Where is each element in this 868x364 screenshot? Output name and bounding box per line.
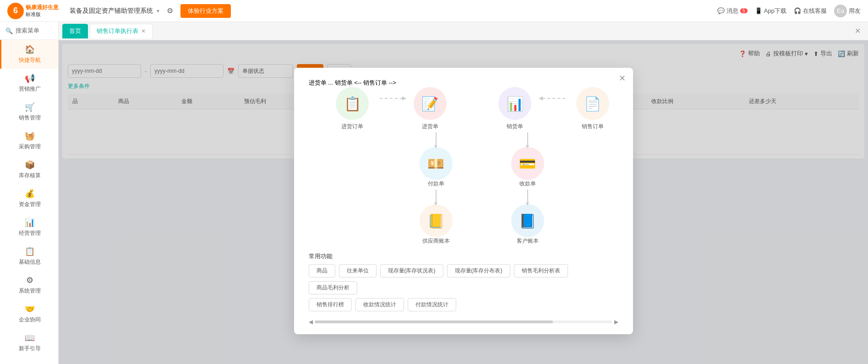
arrow-h2: ◀	[542, 98, 565, 99]
flow-row-3: 💴 付款单 💳 收款单	[309, 147, 618, 188]
scrollbar-track[interactable]	[315, 321, 612, 323]
node-sales-bill[interactable]: 📊 销货单	[490, 87, 540, 130]
basic-info-icon: 📋	[25, 246, 35, 256]
sales-icon: 🛒	[25, 102, 35, 112]
modal-scrollbar: ◀ ▶	[309, 319, 618, 325]
node-supplier-ledger[interactable]: 📒 供应商账本	[409, 204, 464, 245]
modal: ✕ 进货单 ... 销货单 <-- 销售订单 --> 📋 进货订单	[294, 68, 633, 334]
func-btn-4[interactable]: 销售毛利分析表	[514, 264, 568, 277]
sidebar-item-inventory[interactable]: 📦 库存核算	[0, 155, 58, 184]
circle-sales-bill: 📊	[498, 87, 531, 120]
try-btn[interactable]: 体验行业方案	[180, 4, 231, 18]
finance-icon: 💰	[25, 189, 35, 199]
system-name: 装备及固定资产辅助管理系统	[70, 7, 153, 15]
sidebar-item-quick-nav[interactable]: 🏠 快捷导航	[0, 40, 58, 69]
search-icon: 🔍	[5, 27, 13, 34]
content-area: 首页 销售订单执行表 ✕ ✕ ❓ 帮助	[59, 22, 868, 364]
top-right: 💬 消息 5 📱 App下载 🎧 在线客服 Ea 用友	[717, 5, 861, 17]
user-menu[interactable]: Ea 用友	[834, 5, 861, 17]
tab-home[interactable]: 首页	[62, 24, 88, 38]
node-sales-order[interactable]: 📄 销售订单	[567, 87, 618, 130]
func-btn-1[interactable]: 往来单位	[339, 264, 377, 277]
circle-sales-order: 📄	[576, 87, 609, 120]
system-title: 装备及固定资产辅助管理系统 ▾ ⚙	[70, 6, 173, 15]
sidebar-item-guide[interactable]: 📖 新手引导	[0, 328, 58, 357]
message-icon: 💬	[717, 7, 725, 14]
online-service-btn[interactable]: 🎧 在线客服	[794, 7, 827, 15]
node-customer-ledger[interactable]: 📘 客户账本	[500, 204, 555, 245]
quick-nav-icon: 🏠	[25, 44, 35, 54]
flow-diagram: 📋 进货订单 ▶	[309, 87, 618, 247]
dropdown-icon[interactable]: ▾	[157, 8, 159, 14]
func-btn-6[interactable]: 销售排行榜	[309, 298, 352, 311]
operations-icon: 📊	[25, 217, 35, 228]
main-area: 🔍 搜索菜单 🏠 快捷导航 📢 营销推广 🛒 销售管理 🧺 采购管理 📦	[0, 22, 868, 364]
phone-icon: 📱	[755, 7, 762, 14]
scroll-left-icon[interactable]: ◀	[309, 319, 313, 325]
arrow-h1: ▶	[380, 98, 403, 99]
func-btn-7[interactable]: 收款情况统计	[355, 298, 404, 311]
tab-bar: 首页 销售订单执行表 ✕ ✕	[59, 22, 868, 40]
logo-area: 6 畅康通好生意 标准版	[7, 3, 66, 19]
guide-icon: 📖	[25, 333, 35, 343]
sidebar: 🔍 搜索菜单 🏠 快捷导航 📢 营销推广 🛒 销售管理 🧺 采购管理 📦	[0, 22, 59, 364]
modal-close-icon[interactable]: ✕	[619, 73, 626, 83]
tab-close-icon[interactable]: ✕	[141, 28, 146, 34]
top-bar: 6 畅康通好生意 标准版 装备及固定资产辅助管理系统 ▾ ⚙ 体验行业方案 💬 …	[0, 0, 868, 22]
main-content: ❓ 帮助 🖨 按模板打印 ▾ ⬆ 导出 🔄	[59, 40, 868, 364]
tab-bar-close-all[interactable]: ✕	[851, 27, 864, 35]
common-func-title: 常用功能	[309, 252, 618, 261]
message-btn[interactable]: 💬 消息 5	[717, 7, 748, 15]
sidebar-item-finance[interactable]: 💰 资金管理	[0, 184, 58, 213]
app-download-btn[interactable]: 📱 App下载	[755, 7, 786, 15]
sidebar-item-enterprise[interactable]: 🤝 企业协同	[0, 299, 58, 328]
node-payment[interactable]: 💴 付款单	[409, 147, 464, 188]
arrow-down-sales: ▼	[500, 132, 555, 145]
logo-text: 畅康通好生意 标准版	[26, 4, 59, 18]
flow-row-arrows: ▼ ▼	[309, 132, 618, 145]
arrow-down-receipt: ▼	[500, 190, 555, 202]
flow-row-5: 📒 供应商账本 📘 客户账本	[309, 204, 618, 245]
label-customer-ledger: 客户账本	[517, 237, 539, 245]
scroll-right-icon[interactable]: ▶	[614, 319, 618, 325]
label-payment: 付款单	[428, 180, 444, 188]
func-btn-8[interactable]: 付款情况统计	[408, 298, 456, 311]
service-icon: 🎧	[794, 7, 801, 14]
settings-icon[interactable]: ⚙	[167, 6, 173, 15]
message-badge: 5	[740, 8, 748, 13]
modal-overlay[interactable]: ✕ 进货单 ... 销货单 <-- 销售订单 --> 📋 进货订单	[59, 40, 868, 364]
sidebar-item-basic-info[interactable]: 📋 基础信息	[0, 242, 58, 271]
tab-sales-exec[interactable]: 销售订单执行表 ✕	[90, 24, 153, 38]
node-purchase-bill[interactable]: 📝 进货单	[404, 87, 455, 130]
avatar: Ea	[834, 5, 847, 17]
node-receipt[interactable]: 💳 收款单	[500, 147, 555, 188]
flow-row-1: 📋 进货订单 ▶	[309, 87, 618, 130]
sidebar-item-sales[interactable]: 🛒 销售管理	[0, 98, 58, 126]
node-purchase-order[interactable]: 📋 进货订单	[327, 87, 378, 130]
func-btn-0[interactable]: 商品	[309, 264, 335, 277]
inventory-icon: 📦	[25, 160, 35, 170]
arrow-down-purchase: ▼	[409, 132, 464, 145]
common-functions: 常用功能 商品 往来单位 现存量(库存状况表) 现存量(库存分布表) 销售毛利分…	[309, 252, 618, 311]
logo-icon: 6	[7, 3, 24, 19]
flow-row-arrows-2: ▼ ▼	[309, 190, 618, 202]
label-sales-order: 销售订单	[582, 123, 604, 130]
scrollbar-thumb	[315, 321, 553, 323]
func-btn-5[interactable]: 商品毛利分析	[309, 281, 357, 294]
func-btn-2[interactable]: 现存量(库存状况表)	[380, 264, 443, 277]
label-purchase-bill: 进货单	[422, 123, 438, 130]
func-buttons-row2: 销售排行榜 收款情况统计 付款情况统计	[309, 298, 618, 311]
arrow-down-pay: ▼	[409, 190, 464, 202]
sidebar-item-operations[interactable]: 📊 经营管理	[0, 213, 58, 242]
sidebar-item-marketing[interactable]: 📢 营销推广	[0, 69, 58, 98]
func-btn-3[interactable]: 现存量(库存分布表)	[447, 264, 510, 277]
app-container: 6 畅康通好生意 标准版 装备及固定资产辅助管理系统 ▾ ⚙ 体验行业方案 💬 …	[0, 0, 868, 364]
enterprise-icon: 🤝	[25, 304, 35, 314]
label-sales-bill: 销货单	[507, 123, 523, 130]
search-menu[interactable]: 🔍 搜索菜单	[0, 22, 58, 40]
label-purchase-order: 进货订单	[341, 123, 363, 130]
sidebar-item-purchase[interactable]: 🧺 采购管理	[0, 126, 58, 155]
func-buttons: 商品 往来单位 现存量(库存状况表) 现存量(库存分布表) 销售毛利分析表 商品…	[309, 264, 618, 294]
circle-purchase-order: 📋	[336, 87, 369, 120]
sidebar-item-system[interactable]: ⚙ 系统管理	[0, 271, 58, 299]
